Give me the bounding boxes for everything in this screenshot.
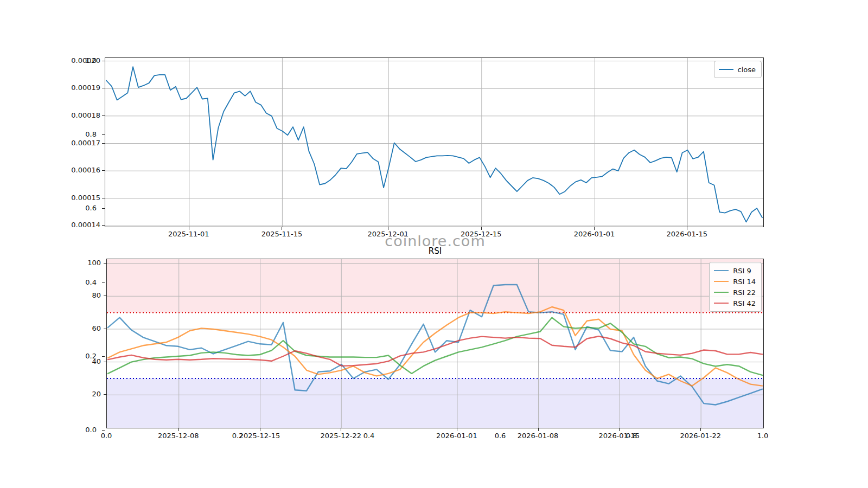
phantom-y-label: 0.2 [69, 352, 97, 360]
rsi-y-tick-label: 100 [68, 259, 101, 267]
price-y-tick-mark [102, 170, 105, 171]
rsi-chart-title: RSI [429, 246, 442, 256]
price-x-tick-mark [481, 227, 482, 230]
price-chart-canvas [105, 58, 763, 227]
phantom-y-tick-mark [102, 356, 105, 357]
rsi-y-tick-label: 20 [68, 390, 101, 398]
price-y-tick-label: 0.00016 [66, 166, 100, 174]
phantom-x-label: 0.0 [101, 432, 112, 440]
rsi14-line-swatch [714, 281, 729, 282]
rsi-x-tick-label: 2025-12-22 [320, 432, 361, 440]
rsi-y-tick-mark [104, 329, 106, 329]
price-y-tick-label: 0.00015 [66, 194, 100, 202]
rsi-chart-legend: RSI 9 RSI 14 RSI 22 RSI 42 [709, 262, 762, 312]
legend-item-rsi9: RSI 9 [714, 265, 756, 276]
phantom-y-label: 0.4 [69, 278, 97, 286]
phantom-y-tick-mark [102, 61, 105, 61]
price-x-tick-mark [282, 227, 282, 230]
legend-label-close: close [738, 66, 756, 74]
rsi-x-tick-label: 2025-12-15 [239, 432, 280, 440]
legend-item-rsi14: RSI 14 [714, 276, 756, 287]
phantom-y-tick-mark [102, 134, 105, 135]
price-y-tick-mark [102, 143, 105, 144]
phantom-y-label: 0.6 [69, 204, 97, 212]
price-chart-plot [105, 57, 764, 227]
price-x-tick-label: 2026-01-01 [574, 230, 615, 238]
rsi-x-tick-mark [260, 428, 260, 431]
phantom-y-label: 0.8 [69, 130, 97, 138]
chart-page: 0.000200.000190.000180.000170.000160.000… [0, 0, 868, 488]
price-x-tick-label: 2026-01-15 [666, 230, 707, 238]
legend-label-rsi14: RSI 14 [733, 278, 756, 286]
legend-item-rsi42: RSI 42 [714, 298, 756, 309]
price-x-tick-mark [594, 227, 595, 230]
rsi-y-tick-mark [104, 394, 106, 395]
price-y-tick-mark [102, 88, 105, 88]
close-line-swatch [719, 69, 733, 70]
price-y-tick-mark [102, 198, 105, 198]
price-y-tick-label: 0.00017 [66, 139, 100, 147]
price-y-tick-label: 0.00014 [66, 221, 100, 229]
rsi22-line-swatch [714, 292, 729, 293]
price-y-tick-mark [102, 115, 105, 116]
rsi-x-tick-label: 2025-12-08 [158, 432, 199, 440]
legend-item-close: close [719, 64, 756, 75]
rsi-x-tick-label: 2026-01-01 [436, 432, 477, 440]
phantom-y-tick-mark [102, 430, 105, 431]
legend-item-rsi22: RSI 22 [714, 287, 756, 298]
rsi-y-tick-label: 60 [68, 324, 101, 332]
phantom-x-label: 0.4 [363, 432, 375, 440]
rsi9-line-swatch [714, 270, 729, 271]
rsi-x-tick-mark [178, 428, 179, 431]
price-x-tick-label: 2025-11-15 [261, 230, 303, 238]
rsi-y-tick-mark [104, 296, 106, 296]
phantom-x-label: 0.6 [495, 432, 506, 440]
rsi-chart-canvas [107, 259, 763, 428]
price-y-tick-label: 0.00018 [66, 111, 100, 119]
rsi-y-tick-label: 80 [68, 291, 101, 299]
rsi-x-tick-mark [538, 428, 539, 431]
legend-label-rsi9: RSI 9 [733, 267, 751, 275]
price-y-tick-mark [102, 225, 105, 226]
phantom-y-tick-mark [102, 282, 105, 283]
rsi-y-tick-mark [104, 263, 106, 264]
rsi-y-tick-mark [104, 362, 106, 362]
phantom-x-label: 1.0 [757, 432, 769, 440]
price-chart-legend: close [714, 61, 762, 78]
phantom-y-tick-mark [102, 208, 105, 209]
rsi-x-tick-mark [700, 428, 701, 431]
phantom-x-label: 0.2 [232, 432, 244, 440]
legend-label-rsi42: RSI 42 [733, 299, 756, 307]
price-x-tick-label: 2025-11-01 [168, 230, 209, 238]
phantom-y-label: 0.0 [69, 426, 97, 434]
rsi-x-tick-label: 2026-01-08 [518, 432, 559, 440]
legend-label-rsi22: RSI 22 [733, 288, 756, 297]
rsi-x-tick-label: 2026-01-22 [680, 432, 721, 440]
rsi-x-tick-mark [341, 428, 341, 431]
price-y-tick-label: 0.00019 [66, 84, 100, 92]
rsi-x-tick-mark [619, 428, 620, 431]
rsi-chart-plot [106, 259, 764, 428]
rsi42-line-swatch [714, 303, 729, 304]
price-x-tick-mark [388, 227, 388, 230]
rsi-x-tick-mark [457, 428, 457, 431]
phantom-x-label: 0.8 [626, 432, 637, 440]
phantom-y-label: 1.0 [69, 56, 97, 65]
price-x-tick-mark [189, 227, 189, 230]
price-x-tick-mark [687, 227, 687, 230]
